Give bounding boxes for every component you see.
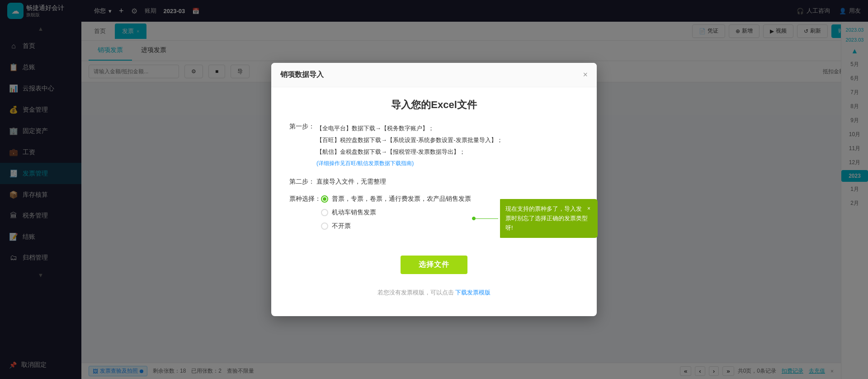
ticket-choice-block: 票种选择： 普票，专票，卷票，通行费发票，农产品销售发票 [289, 195, 579, 236]
radio-motor[interactable] [321, 209, 328, 216]
tooltip-close-btn[interactable]: × [587, 204, 590, 213]
step1-line1: 【全电平台】数据下载→【税务数字账户】； [316, 123, 503, 134]
ticket-choice-label: 票种选择： [289, 195, 321, 203]
radio-normal[interactable] [321, 195, 328, 203]
step2-text: 直接导入文件，无需整理 [316, 178, 386, 186]
radio-normal-label: 普票，专票，卷票，通行费发票，农产品销售发票 [332, 195, 471, 203]
radio-motor-label: 机动车销售发票 [332, 208, 376, 217]
step2-block: 第二步： 直接导入文件，无需整理 [289, 178, 579, 186]
radio-no-invoice-label: 不开票 [332, 222, 351, 230]
radio-no-invoice[interactable] [321, 223, 328, 230]
tooltip-bubble: × | 现在支持的票种多了，导入发票时别忘了选择正确的发票类型呀! [498, 199, 598, 238]
modal-footer: 若您没有发票模版，可以点击 下载发票模版 [289, 289, 579, 297]
tooltip-text: 现在支持的票种多了，导入发票时别忘了选择正确的发票类型呀! [505, 205, 588, 231]
modal-main-title: 导入您的Excel文件 [289, 98, 579, 112]
upload-row: 选择文件 [289, 245, 579, 285]
radio-option-motor[interactable]: 机动车销售发票 [321, 208, 471, 217]
radio-option-no-invoice[interactable]: 不开票 [321, 222, 471, 230]
step1-line3: 【航信】金税盘数据下载→【报税管理-发票数据导出】； [316, 146, 503, 158]
download-template-link[interactable]: 下载发票模版 [455, 289, 491, 296]
step1-block: 第一步： 【全电平台】数据下载→【税务数字账户】； 【百旺】税控盘数据下载→【系… [289, 123, 579, 169]
modal-close-btn[interactable]: × [583, 70, 588, 80]
radio-dot-normal [323, 197, 326, 201]
radio-option-normal[interactable]: 普票，专票，卷票，通行费发票，农产品销售发票 × | 现在支持的票种多了，导入发… [321, 195, 471, 203]
step1-link[interactable]: (详细操作见百旺/航信发票数据下载指南) [316, 160, 414, 166]
select-file-btn[interactable]: 选择文件 [401, 256, 467, 274]
step1-label: 第一步： [289, 123, 316, 131]
modal-body: 导入您的Excel文件 第一步： 【全电平台】数据下载→【税务数字账户】； 【百… [271, 87, 597, 316]
footer-text: 若您没有发票模版，可以点击 [377, 289, 454, 296]
tooltip-connector: × | 现在支持的票种多了，导入发票时别忘了选择正确的发票类型呀! [472, 199, 598, 238]
step1-line2: 【百旺】税控盘数据下载→【系统设置-系统参数设置-发票批量导入】； [316, 134, 503, 146]
step2-label: 第二步： [289, 178, 316, 186]
modal-header: 销项数据导入 × [271, 63, 597, 87]
modal-title: 销项数据导入 [280, 70, 324, 80]
import-modal: 销项数据导入 × 导入您的Excel文件 第一步： 【全电平台】数据下载→【税务… [271, 63, 597, 316]
